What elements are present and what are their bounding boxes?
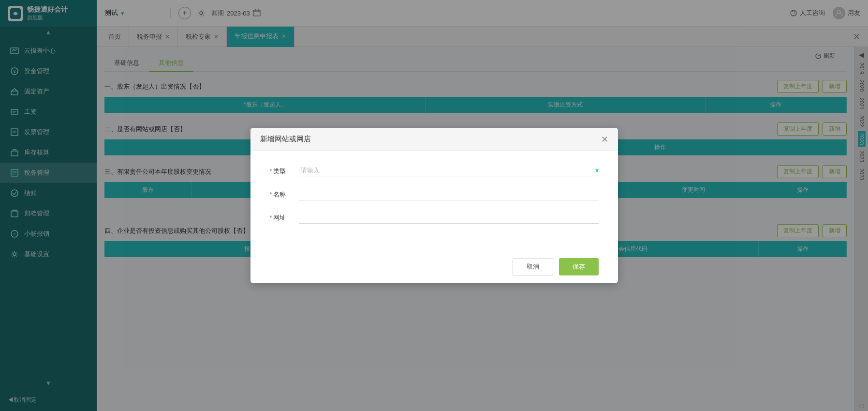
modal-footer: 取消 保存 <box>250 250 618 283</box>
form-url-input[interactable] <box>299 212 599 221</box>
modal-header: 新增网站或网店 ✕ <box>250 128 618 151</box>
form-url-wrapper <box>299 212 599 224</box>
modal-cancel-button[interactable]: 取消 <box>513 258 553 275</box>
modal-add-website: 新增网站或网店 ✕ 类型 ▾ 名称 网址 <box>250 128 618 283</box>
modal-title: 新增网站或网店 <box>260 135 311 144</box>
form-name-wrapper <box>299 189 599 200</box>
form-label-name: 名称 <box>270 190 299 199</box>
modal-body: 类型 ▾ 名称 网址 <box>250 151 618 250</box>
form-type-wrapper: ▾ <box>299 166 599 177</box>
form-name-input[interactable] <box>299 189 599 198</box>
modal-close-button[interactable]: ✕ <box>601 135 608 144</box>
form-row-url: 网址 <box>270 212 599 224</box>
form-row-type: 类型 ▾ <box>270 166 599 177</box>
form-label-url: 网址 <box>270 213 299 222</box>
form-type-input[interactable] <box>299 166 595 175</box>
modal-overlay: 新增网站或网店 ✕ 类型 ▾ 名称 网址 <box>0 0 868 411</box>
type-dropdown-arrow-icon[interactable]: ▾ <box>595 167 599 174</box>
form-row-name: 名称 <box>270 189 599 200</box>
form-label-type: 类型 <box>270 167 299 176</box>
modal-save-button[interactable]: 保存 <box>559 258 599 275</box>
